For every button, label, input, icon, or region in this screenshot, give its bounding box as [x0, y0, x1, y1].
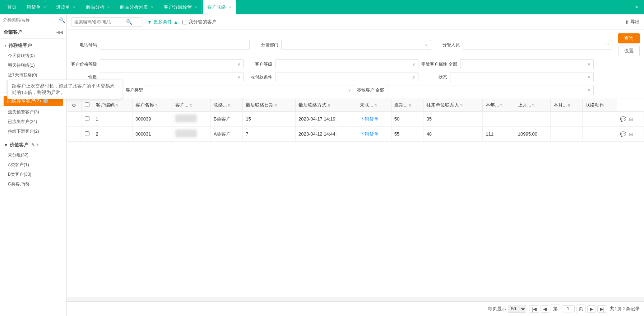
- close-icon[interactable]: ×: [73, 5, 75, 9]
- window-close-button[interactable]: ×: [632, 4, 641, 10]
- nav-tab-purchase[interactable]: 进货单 ×: [52, 0, 80, 14]
- chevron-down-icon: ∨: [412, 62, 415, 67]
- row-checkbox-2[interactable]: [85, 131, 89, 136]
- collapse-icon[interactable]: ◀◀: [56, 30, 63, 35]
- sidebar-item-declining[interactable]: 持续下滑客户(2): [0, 127, 66, 136]
- col-overdue[interactable]: 逾期...: [391, 99, 423, 112]
- filter-select-retail-customer[interactable]: ∨: [387, 85, 594, 95]
- col-unit-contact[interactable]: 往来单位联系人: [423, 99, 483, 112]
- sidebar-item-ungrouped[interactable]: 未分组(32): [0, 150, 66, 160]
- last-page-button[interactable]: ▶|: [597, 305, 607, 313]
- sidebar-search-input[interactable]: [3, 18, 57, 23]
- col-last-contact-method[interactable]: 最后联络方式: [296, 99, 357, 112]
- my-customers-checkbox[interactable]: [182, 20, 187, 24]
- sidebar-item-c-class[interactable]: C类客户(6): [0, 179, 66, 189]
- row-actions: 💬 ⊞: [620, 131, 641, 137]
- sidebar-item-b-class[interactable]: B类客户(33): [0, 170, 66, 179]
- sidebar-item-tomorrow[interactable]: 明天待联络(1): [0, 61, 66, 70]
- close-icon[interactable]: ×: [229, 5, 231, 9]
- sidebar-item-7days[interactable]: 近7天待联络(0): [0, 70, 66, 80]
- close-icon[interactable]: ×: [151, 5, 153, 9]
- cell-year-amount: [515, 112, 550, 127]
- nav-tab-customer-segment[interactable]: 客户分层经营 ×: [159, 0, 201, 14]
- col-last-month[interactable]: 上月...: [515, 99, 550, 112]
- filter-input-phone[interactable]: [100, 40, 250, 50]
- col-year-amount[interactable]: 本年...: [483, 99, 515, 112]
- sidebar-group-pending-title[interactable]: ▼ 待联络客户: [0, 40, 66, 51]
- filter-select-retail-attr[interactable]: ∨: [460, 59, 594, 69]
- cell-contact-count: 15: [243, 112, 296, 127]
- table-header-row: ⚙ 客户编码 客户名称 客户... 联络... 最后联络日期 最后联络方式 未联…: [67, 99, 644, 112]
- filter-select-customer-level[interactable]: ∨: [275, 59, 419, 69]
- cell-this-month: [583, 127, 617, 142]
- filter-select-customer-type[interactable]: ∨: [146, 85, 354, 95]
- row-actions: 💬 ⊞: [620, 116, 641, 122]
- sidebar-item-churned[interactable]: 已流失客户(24): [0, 117, 66, 127]
- col-last-contact-date[interactable]: 最后联络日期: [243, 99, 296, 112]
- tooltip: 距客户上次交易时长，超过了此客户的平均交易周期的1.5倍，则视为异常。: [67, 80, 122, 99]
- filter-select-manager[interactable]: ⋯: [463, 40, 612, 50]
- page-size-select[interactable]: 50 100 200: [508, 305, 526, 313]
- chat-icon[interactable]: 💬: [620, 116, 626, 122]
- close-icon[interactable]: ×: [43, 5, 46, 9]
- col-checkbox-all[interactable]: [81, 99, 93, 112]
- close-icon[interactable]: ×: [107, 5, 110, 9]
- settings-button[interactable]: 设置: [618, 46, 640, 56]
- nav-tab-product-analysis[interactable]: 商品分析 ×: [82, 0, 114, 14]
- export-button[interactable]: ⬆ 导出: [625, 19, 640, 25]
- nav-tab-customer-contact[interactable]: 客户联络 ×: [203, 0, 236, 14]
- next-page-button[interactable]: ▶: [587, 305, 596, 313]
- chevron-down-icon: ⋯: [605, 43, 609, 47]
- filter-field-retail-attr: 零散客户属性 全部 ∨: [421, 59, 594, 69]
- col-contact-count[interactable]: 联络...: [210, 99, 243, 112]
- add-icon[interactable]: +: [36, 142, 39, 148]
- col-not-contacted[interactable]: 未联...: [357, 99, 392, 112]
- grid-icon[interactable]: ⊞: [629, 116, 633, 122]
- filter-select-price-level[interactable]: ∨: [100, 59, 244, 69]
- col-this-month[interactable]: 本月...: [550, 99, 583, 112]
- filter-select-payment[interactable]: ∨: [275, 72, 419, 82]
- search-icon[interactable]: 🔍: [59, 17, 65, 23]
- cell-checkbox[interactable]: [81, 127, 93, 142]
- advanced-filter: 电话号码 分管部门 ∨ 分管人员 ⋯: [67, 30, 644, 99]
- search-button[interactable]: 🔍: [126, 19, 132, 25]
- first-page-button[interactable]: |◀: [529, 305, 539, 313]
- col-customer-name[interactable]: 客户名称: [133, 99, 172, 112]
- filter-label-nature: 性质: [71, 74, 100, 80]
- horizontal-scrollbar[interactable]: [67, 297, 644, 301]
- filter-label-dept: 分管部门: [252, 42, 281, 48]
- chat-icon[interactable]: 💬: [620, 131, 626, 137]
- more-conditions-button[interactable]: ▼ 更多条件 ▲: [146, 19, 180, 25]
- cell-overdue: 48: [423, 127, 483, 142]
- sidebar-item-a-class[interactable]: A类客户(1): [0, 160, 66, 170]
- sidebar-item-today[interactable]: 今天待联络(0): [0, 51, 66, 61]
- contact-method-link[interactable]: 下销货单: [360, 116, 379, 122]
- filter-select-status[interactable]: ∨: [450, 72, 594, 82]
- filter-select-dept[interactable]: ∨: [281, 40, 431, 50]
- col-settings[interactable]: ⚙: [67, 99, 81, 112]
- table-container[interactable]: ⚙ 客户编码 客户名称 客户... 联络... 最后联络日期 最后联络方式 未联…: [67, 99, 644, 297]
- page-number-input[interactable]: [562, 305, 575, 312]
- select-all-checkbox[interactable]: [85, 102, 89, 107]
- sidebar-item-churn-warning[interactable]: 流失预警客户(3): [0, 107, 66, 117]
- cell-customer-type: B类客户: [210, 112, 243, 127]
- nav-tab-product-analysis-list[interactable]: 商品分析列表 ×: [116, 0, 158, 14]
- page-suffix: 页: [576, 305, 586, 313]
- close-icon[interactable]: ×: [195, 5, 197, 9]
- row-checkbox-1[interactable]: [85, 116, 89, 121]
- cell-customer-name: [172, 127, 210, 142]
- grid-icon[interactable]: ⊞: [629, 131, 633, 137]
- cell-customer-type: A类客户: [210, 127, 243, 142]
- contact-method-link[interactable]: 下销货单: [360, 131, 379, 137]
- cell-checkbox[interactable]: [81, 112, 93, 127]
- sidebar-group-value-title[interactable]: ▼ 价值客户 ✎ +: [0, 140, 66, 150]
- nav-tab-home[interactable]: 首页: [3, 4, 21, 10]
- query-button[interactable]: 查询: [618, 33, 640, 43]
- edit-icon[interactable]: ✎: [31, 142, 35, 147]
- col-customer-type[interactable]: 客户...: [172, 99, 210, 112]
- prev-page-button[interactable]: ◀: [541, 305, 549, 313]
- info-icon[interactable]: ?: [43, 98, 48, 103]
- col-customer-code[interactable]: 客户编码: [93, 99, 133, 112]
- nav-tab-sales[interactable]: 销货单 ×: [22, 0, 50, 14]
- main-search-input[interactable]: [74, 19, 125, 24]
